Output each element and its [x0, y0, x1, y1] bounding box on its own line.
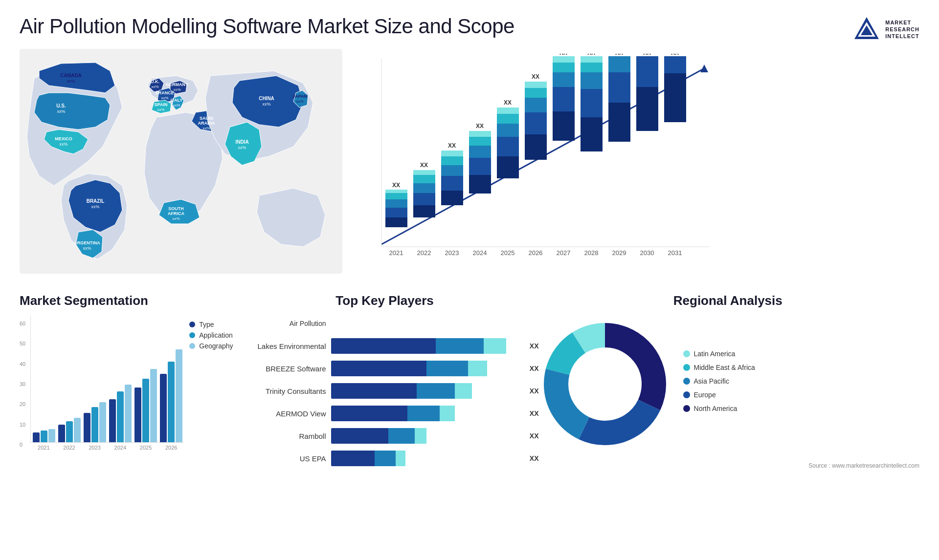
header: Air Pollution Modelling Software Market …: [0, 0, 939, 49]
player-bar: XX: [331, 428, 522, 444]
players-list: Air Pollution Lakes Environmental XX BRE…: [248, 316, 522, 466]
player-bar: XX: [331, 361, 522, 376]
svg-rect-90: [581, 89, 603, 117]
map-section: CANADA xx% U.S. xx% MEXICO xx% BRAZIL xx…: [20, 49, 342, 283]
svg-rect-71: [497, 114, 519, 124]
svg-rect-96: [608, 103, 630, 142]
svg-text:xx%: xx%: [151, 85, 158, 89]
svg-rect-86: [553, 56, 575, 63]
page-title: Air Pollution Modelling Software Market …: [20, 15, 514, 38]
svg-rect-97: [608, 72, 630, 103]
regional-title: Regional Analysis: [537, 293, 919, 308]
world-map: CANADA xx% U.S. xx% MEXICO xx% BRAZIL xx…: [20, 49, 342, 274]
player-name: Lakes Environmental: [248, 342, 326, 350]
growth-chart-section: XX 2021 XX 2022 XX 2023: [352, 49, 919, 283]
legend-asia-pacific: Asia Pacific: [683, 377, 919, 385]
legend-geography: Geography: [189, 342, 233, 350]
player-name: Trinity Consultants: [248, 387, 326, 395]
svg-text:2023: 2023: [445, 249, 459, 257]
svg-rect-49: [413, 183, 435, 193]
svg-text:xx%: xx%: [172, 216, 179, 221]
svg-text:AFRICA: AFRICA: [168, 211, 184, 216]
svg-rect-68: [497, 156, 519, 178]
svg-rect-98: [608, 56, 630, 72]
svg-text:XX: XX: [532, 73, 539, 80]
svg-text:xx%: xx%: [173, 87, 180, 92]
svg-rect-61: [469, 175, 491, 194]
svg-text:XX: XX: [448, 142, 456, 149]
seg-bar: [125, 385, 132, 442]
svg-text:XX: XX: [643, 54, 651, 56]
svg-point-115: [571, 350, 639, 418]
legend-europe: Europe: [683, 391, 919, 399]
svg-rect-51: [413, 170, 435, 175]
svg-text:2022: 2022: [417, 249, 431, 257]
legend-dot: [683, 378, 690, 385]
seg-bar: [176, 349, 182, 442]
svg-text:2028: 2028: [584, 249, 599, 257]
svg-text:BRAZIL: BRAZIL: [87, 198, 105, 204]
svg-text:xx%: xx%: [161, 96, 168, 100]
svg-text:U.K.: U.K.: [151, 79, 159, 84]
seg-bar: [33, 432, 40, 442]
svg-text:2030: 2030: [640, 249, 654, 257]
svg-text:CANADA: CANADA: [60, 73, 81, 78]
source-text: Source : www.marketresearchintellect.com: [537, 462, 919, 469]
regional-section: Regional Analysis: [537, 293, 919, 538]
player-bar: [331, 316, 522, 331]
svg-text:xx%: xx%: [157, 108, 164, 112]
legend-latin-america: Latin America: [683, 350, 919, 358]
svg-text:GERMANY: GERMANY: [166, 82, 188, 87]
svg-text:xx%: xx%: [67, 79, 75, 84]
logo: MARKET RESEARCH INTELLECT: [852, 15, 919, 44]
svg-rect-69: [497, 137, 519, 156]
bottom-section: Market Segmentation 0 10 20 30 40 50 60: [0, 283, 939, 542]
svg-text:2024: 2024: [473, 249, 487, 257]
svg-rect-101: [636, 87, 658, 131]
svg-text:ARGENTINA: ARGENTINA: [74, 240, 100, 245]
seg-bar: [91, 407, 98, 442]
regional-chart-area: Latin America Middle East & Africa Asia …: [537, 316, 919, 452]
list-item: AERMOD View XX: [248, 406, 522, 421]
svg-rect-64: [469, 137, 491, 146]
svg-rect-44: [385, 190, 407, 193]
svg-rect-79: [525, 82, 547, 88]
svg-text:CHINA: CHINA: [259, 96, 274, 101]
legend-middle-east-africa: Middle East & Africa: [683, 364, 919, 371]
svg-rect-89: [581, 117, 603, 151]
player-bar: XX: [331, 451, 522, 466]
svg-text:MEXICO: MEXICO: [55, 136, 72, 141]
svg-rect-78: [525, 88, 547, 98]
player-bar: XX: [331, 406, 522, 421]
players-section: Top Key Players Air Pollution Lakes Envi…: [248, 293, 522, 538]
svg-text:ARABIA: ARABIA: [198, 121, 215, 126]
svg-text:XX: XX: [504, 99, 512, 106]
svg-text:FRANCE: FRANCE: [156, 90, 174, 95]
svg-text:XX: XX: [420, 162, 428, 169]
regional-legend: Latin America Middle East & Africa Asia …: [683, 350, 919, 418]
seg-bar: [168, 362, 175, 442]
svg-rect-83: [553, 87, 575, 111]
legend-north-america: North America: [683, 405, 919, 412]
legend-type: Type: [189, 321, 233, 328]
svg-rect-91: [581, 72, 603, 89]
svg-text:xx%: xx%: [238, 145, 246, 150]
svg-rect-47: [413, 205, 435, 217]
legend-dot-geography: [189, 343, 195, 349]
svg-rect-77: [525, 98, 547, 112]
svg-text:xx%: xx%: [296, 99, 303, 104]
player-bar: XX: [331, 338, 522, 354]
legend-dot: [683, 364, 690, 371]
segmentation-title: Market Segmentation: [20, 293, 233, 308]
player-name: US EPA: [248, 454, 326, 463]
player-name: Air Pollution: [248, 320, 326, 327]
list-item: Air Pollution: [248, 316, 522, 331]
legend-dot-application: [189, 332, 195, 338]
svg-text:SAUDI: SAUDI: [200, 116, 213, 121]
seg-bar: [48, 429, 55, 442]
svg-text:xx%: xx%: [57, 109, 65, 114]
svg-text:SOUTH: SOUTH: [168, 206, 184, 211]
svg-text:XX: XX: [476, 123, 484, 129]
seg-bar: [160, 374, 167, 442]
legend-dot-type: [189, 322, 195, 327]
